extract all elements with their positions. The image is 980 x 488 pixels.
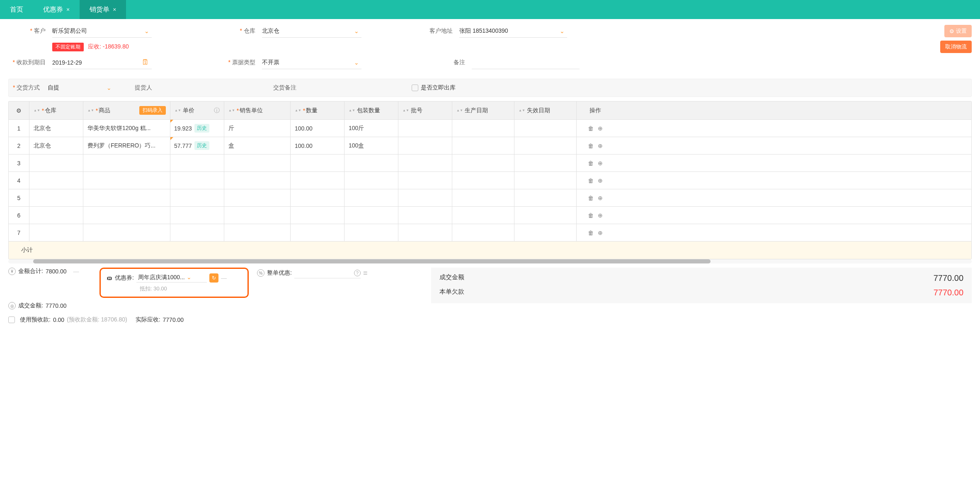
delivery-remark-field[interactable] — [308, 81, 391, 94]
table-row[interactable]: 7🗑⊕ — [9, 224, 971, 242]
gear-icon: ⚙ — [949, 28, 954, 34]
coupon-deduct-label: 抵扣: — [140, 285, 152, 292]
chevron-down-icon: ⌄ — [107, 85, 112, 91]
immediate-out-checkbox[interactable] — [412, 85, 418, 91]
customer-address-label: 客户地址 — [415, 27, 453, 35]
table-row[interactable]: 5🗑⊕ — [9, 189, 971, 207]
history-tag[interactable]: 历史 — [194, 141, 209, 150]
refresh-button[interactable]: ↻ — [209, 273, 218, 283]
delivery-method-field[interactable]: 自提 ⌄ — [48, 81, 114, 94]
sort-icon: ▲▼ — [87, 109, 94, 111]
trash-icon[interactable]: 🗑 — [588, 143, 594, 149]
col-ops: 操作 — [577, 101, 614, 119]
picker-field[interactable] — [170, 81, 252, 94]
horizontal-scrollbar[interactable] — [8, 259, 972, 263]
add-row-icon[interactable]: ⊕ — [598, 230, 603, 236]
table-row[interactable]: 4🗑⊕ — [9, 172, 971, 189]
trash-icon[interactable]: 🗑 — [588, 230, 594, 236]
col-price[interactable]: ▲▼单价 ⓘ — [170, 101, 224, 119]
invoice-type-field[interactable]: 不开票 ⌄ — [262, 56, 361, 69]
col-mfg[interactable]: ▲▼生产日期 — [452, 101, 514, 119]
delivery-method-label: 交货方式 — [13, 84, 46, 92]
cancel-logistics-button[interactable]: 取消物流 — [940, 41, 972, 53]
add-row-icon[interactable]: ⊕ — [598, 143, 603, 149]
close-icon[interactable]: × — [113, 6, 116, 13]
sort-icon: ▲▼ — [175, 109, 181, 111]
close-icon[interactable]: × — [66, 6, 70, 13]
trash-icon[interactable]: 🗑 — [588, 177, 594, 184]
remark-label: 备注 — [428, 59, 465, 66]
sort-icon: ▲▼ — [519, 109, 525, 111]
add-row-icon[interactable]: ⊕ — [598, 160, 603, 167]
help-icon[interactable]: ⓘ — [214, 107, 220, 114]
table-row[interactable]: 1北京仓华美华夫软饼1200g 糕...19.923历史斤100.00100斤🗑… — [9, 120, 971, 137]
use-prepay-label: 使用预收款: — [20, 316, 51, 324]
actual-recv-value: 7770.00 — [163, 316, 184, 323]
discount-icon: % — [257, 269, 264, 277]
chevron-down-icon: ⌄ — [187, 274, 192, 280]
col-warehouse[interactable]: ▲▼*仓库 — [29, 101, 83, 119]
coupon-select[interactable]: 周年店庆满1000...⌄ — [136, 273, 207, 283]
add-row-icon[interactable]: ⊕ — [598, 125, 603, 132]
trash-icon[interactable]: 🗑 — [588, 125, 594, 132]
warehouse-field[interactable]: 北京仓 ⌄ — [262, 24, 361, 38]
gear-icon[interactable]: ⚙ — [9, 101, 29, 119]
trash-icon[interactable]: 🗑 — [588, 160, 594, 167]
summary-deal-label: 成交金额 — [439, 273, 464, 283]
pay-date-label: 收款到期日 — [8, 59, 46, 66]
add-row-icon[interactable]: ⊕ — [598, 177, 603, 184]
col-qty[interactable]: ▲▼*数量 — [291, 101, 344, 119]
sort-icon: ▲▼ — [295, 109, 301, 111]
actual-recv-label: 实际应收: — [136, 316, 160, 324]
tab-sales-order[interactable]: 销货单× — [80, 0, 126, 19]
trash-icon[interactable]: 🗑 — [588, 212, 594, 219]
sort-icon: ▲▼ — [456, 109, 463, 111]
picker-label: 提货人 — [135, 84, 168, 92]
order-discount-label: 整单优惠: — [267, 269, 292, 277]
deal-icon: ◎ — [8, 302, 16, 309]
tab-coupon[interactable]: 优惠券× — [33, 0, 80, 19]
sort-icon: ▲▼ — [34, 109, 40, 111]
table-row[interactable]: 6🗑⊕ — [9, 207, 971, 224]
col-exp[interactable]: ▲▼失效日期 — [514, 101, 577, 119]
history-tag[interactable]: 历史 — [194, 124, 209, 133]
scan-input-badge[interactable]: 扫码录入 — [139, 106, 166, 115]
table-row[interactable]: 3🗑⊕ — [9, 155, 971, 172]
sort-icon: ▲▼ — [228, 109, 235, 111]
currency-icon: ¥ — [8, 268, 16, 275]
sort-icon: ▲▼ — [349, 109, 355, 111]
customer-field[interactable]: 昕乐贸易公司 ⌄ — [52, 24, 152, 38]
trash-icon[interactable]: 🗑 — [588, 195, 594, 201]
summary-due-label: 本单欠款 — [439, 288, 464, 297]
coupon-box: 🎟 优惠券: 周年店庆满1000...⌄ ↻ — 抵扣: 30.00 — [99, 268, 249, 298]
pay-date-field[interactable]: 2019-12-29 🗓 — [52, 56, 152, 69]
invoice-type-label: 票据类型 — [218, 59, 255, 66]
immediate-out-label: 是否立即出库 — [421, 84, 456, 92]
col-batch[interactable]: ▲▼批号 — [398, 101, 452, 119]
summary-card: 成交金额 7770.00 本单欠款 7770.00 — [431, 268, 972, 303]
fixed-period-tag: 不固定账期 — [52, 43, 84, 51]
form-area: 客户 昕乐贸易公司 ⌄ 仓库 北京仓 ⌄ 客户地址 张阳 18513400390… — [0, 19, 980, 75]
coupon-label: 优惠券: — [115, 274, 134, 282]
add-row-icon[interactable]: ⊕ — [598, 212, 603, 219]
use-prepay-checkbox[interactable] — [8, 316, 15, 323]
tab-home[interactable]: 首页 — [0, 0, 33, 19]
warehouse-label: 仓库 — [218, 27, 255, 35]
order-discount-field[interactable]: ? — [294, 268, 361, 278]
table-row[interactable]: 2北京仓费列罗（FERRERO）巧...57.777历史盒100.00100盒🗑… — [9, 137, 971, 155]
col-pack[interactable]: ▲▼包装数量 — [344, 101, 398, 119]
subtotal-label: 小计 — [9, 242, 971, 259]
sort-icon: ▲▼ — [403, 109, 409, 111]
settings-button[interactable]: ⚙设置 — [944, 25, 972, 37]
calendar-icon: 🗓 — [142, 58, 149, 67]
help-icon[interactable]: ? — [354, 270, 361, 276]
delivery-bar: 交货方式 自提 ⌄ 提货人 交货备注 是否立即出库 — [8, 79, 972, 97]
deal-amount-value: 7770.00 — [46, 302, 67, 309]
col-unit[interactable]: ▲▼*销售单位 — [224, 101, 291, 119]
col-product[interactable]: ▲▼*商品 扫码录入 — [83, 101, 170, 119]
customer-address-field[interactable]: 张阳 18513400390 ⌄ — [459, 24, 567, 38]
remark-field[interactable] — [472, 56, 580, 69]
add-row-icon[interactable]: ⊕ — [598, 195, 603, 201]
tab-bar: 首页 优惠券× 销货单× — [0, 0, 980, 19]
ticket-icon: 🎟 — [107, 275, 112, 281]
